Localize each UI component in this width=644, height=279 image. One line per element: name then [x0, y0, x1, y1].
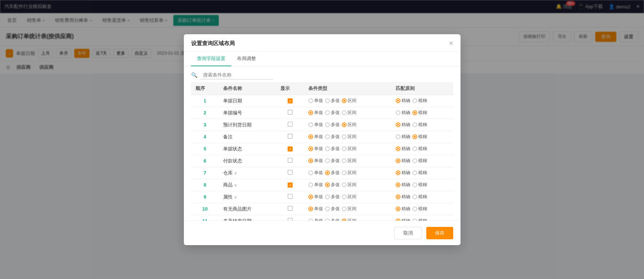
- search-input[interactable]: [200, 71, 273, 74]
- dialog-close-button[interactable]: ×: [449, 40, 453, 47]
- dialog-tab-bar: 查询字段设置 布局调整: [184, 52, 461, 66]
- tab-layout-adjust[interactable]: 布局调整: [231, 52, 262, 66]
- search-box: 🔍: [184, 66, 461, 74]
- settings-dialog: 设置查询区域布局 × 查询字段设置 布局调整 🔍 顺序 条件名称 显示 条件类型: [184, 34, 461, 74]
- dialog-header: 设置查询区域布局 ×: [184, 34, 461, 52]
- search-icon: 🔍: [191, 72, 197, 74]
- tab-query-fields[interactable]: 查询字段设置: [191, 52, 231, 66]
- modal-overlay: 设置查询区域布局 × 查询字段设置 布局调整 🔍 顺序 条件名称 显示 条件类型: [0, 0, 644, 74]
- dialog-title: 设置查询区域布局: [191, 40, 235, 47]
